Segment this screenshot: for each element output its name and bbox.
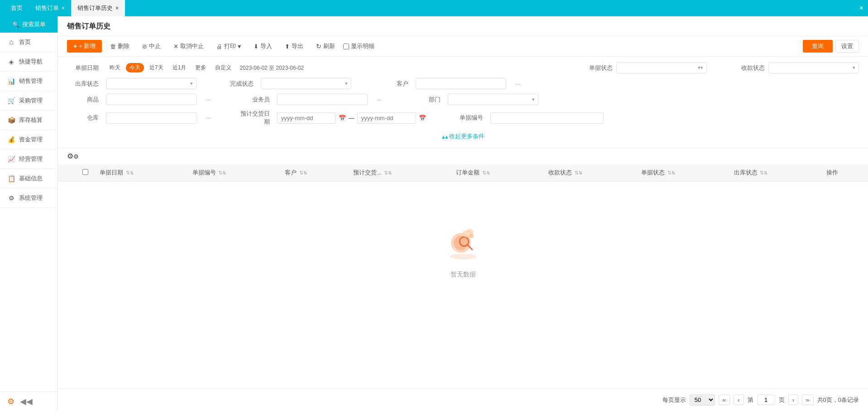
th-doc-status[interactable]: 单据状态 ⇅	[636, 164, 729, 182]
warehouse-dots-btn[interactable]: ···	[204, 114, 213, 121]
new-button[interactable]: + 新增	[67, 40, 102, 53]
calendar-end-icon[interactable]	[419, 115, 426, 121]
toolbar-right: 查询 设置	[803, 40, 859, 53]
delivery-status-wrapper: ▾	[106, 78, 197, 89]
tab-sales-order-history[interactable]: 销售订单历史 ×	[71, 0, 125, 16]
first-page-btn[interactable]: «	[719, 395, 730, 405]
empty-state-text: 暂无数据	[451, 271, 476, 279]
customer-input[interactable]	[416, 78, 506, 89]
th-customer[interactable]: 客户 ⇅	[279, 164, 348, 182]
date-chip-today[interactable]: 今天	[126, 63, 144, 73]
sort-customer-icon: ⇅	[299, 170, 307, 175]
doc-number-input[interactable]	[490, 112, 604, 124]
prev-page-btn[interactable]: ‹	[734, 395, 743, 405]
th-settings	[58, 164, 76, 182]
sidebar-item-inventory[interactable]: 库存核算	[0, 111, 58, 130]
expected-date-end[interactable]	[357, 112, 416, 124]
status-select[interactable]	[616, 62, 707, 73]
sidebar-item-home[interactable]: 首页	[0, 33, 58, 52]
empty-state-row: 暂无数据	[58, 182, 868, 315]
payment-status-select[interactable]	[768, 62, 859, 73]
th-doc-number[interactable]: 单据编号 ⇅	[187, 164, 280, 182]
doc-number-label: 单据编号	[451, 114, 483, 122]
th-operation-label: 操作	[826, 169, 838, 176]
last-page-btn[interactable]: »	[802, 395, 813, 405]
query-button[interactable]: 查询	[803, 40, 833, 53]
th-payment-status-label: 收款状态	[548, 169, 572, 176]
sidebar-collapse-icon[interactable]: ◀◀	[20, 396, 33, 406]
goods-input[interactable]	[106, 94, 197, 105]
chevron-up-icon: ▴	[442, 133, 448, 140]
cancel-stop-button[interactable]: 取消中止	[169, 40, 208, 52]
th-delivery-status-label: 出库状态	[734, 169, 758, 176]
tab-sales-order-close[interactable]: ×	[62, 5, 65, 11]
export-button[interactable]: 导出	[280, 40, 308, 52]
calendar-start-icon[interactable]	[339, 115, 346, 121]
delivery-status-select[interactable]	[106, 78, 197, 89]
date-chip-yesterday[interactable]: 昨天	[106, 63, 124, 73]
th-doc-date[interactable]: 单据日期 ⇅	[94, 164, 187, 182]
th-delivery-status[interactable]: 出库状态 ⇅	[729, 164, 821, 182]
th-expected-date[interactable]: 预计交货... ⇅	[348, 164, 451, 182]
display-toggle-checkbox[interactable]	[343, 44, 349, 49]
sidebar-item-sales-label: 销售管理	[19, 77, 43, 85]
cancel-stop-button-label: 取消中止	[180, 42, 204, 50]
page-size-select[interactable]: 50 100 200	[690, 394, 715, 406]
date-chip-more[interactable]: 更多	[192, 63, 210, 73]
delete-button[interactable]: 删除	[106, 40, 134, 52]
refresh-button[interactable]: 刷新	[312, 40, 340, 52]
date-chip-last1month[interactable]: 近1月	[169, 63, 190, 73]
tab-home-label: 首页	[11, 4, 23, 12]
current-page-input[interactable]	[757, 395, 775, 405]
date-chip-last7[interactable]: 近7天	[146, 63, 167, 73]
sidebar-settings-icon[interactable]: ⚙	[7, 396, 14, 406]
settings-button-label: 设置	[841, 42, 853, 50]
department-select[interactable]	[448, 94, 538, 105]
th-order-amount[interactable]: 订单金额 ⇅	[451, 164, 543, 182]
sidebar-item-finance[interactable]: 资金管理	[0, 130, 58, 150]
sort-doc-status-icon: ⇅	[667, 170, 675, 175]
goods-dots-btn[interactable]: ···	[204, 96, 213, 103]
salesperson-dots-btn[interactable]: ···	[375, 96, 384, 103]
tab-home[interactable]: 首页	[5, 0, 29, 16]
select-all-checkbox[interactable]	[82, 169, 88, 175]
pagination: 每页显示 50 100 200 « ‹ 第 页 › » 共0页，0条记录	[58, 388, 868, 411]
sidebar: 搜索菜单 首页 快捷导航 销售管理 采购管理 库存核算 资金管理 经营管理	[0, 16, 58, 411]
page-label-pre: 第	[748, 396, 753, 404]
filter-row-4: 仓库 ··· 预计交货日期 — 单据编号	[67, 110, 859, 126]
th-payment-status[interactable]: 收款状态 ⇅	[543, 164, 636, 182]
date-range-dash: —	[349, 115, 355, 121]
tab-sales-order[interactable]: 销售订单 ×	[29, 0, 71, 16]
settings-button[interactable]: 设置	[835, 40, 859, 53]
sidebar-item-purchase[interactable]: 采购管理	[0, 91, 58, 111]
customer-dots-btn[interactable]: ···	[513, 80, 523, 87]
warehouse-input[interactable]	[106, 112, 197, 124]
salesperson-input[interactable]	[277, 94, 368, 105]
expected-date-start[interactable]	[277, 112, 336, 124]
sidebar-item-operations[interactable]: 经营管理	[0, 150, 58, 169]
stop-button[interactable]: 中止	[138, 40, 165, 52]
tab-sales-order-history-close[interactable]: ×	[115, 5, 119, 11]
collapse-label: 收起更多条件	[449, 132, 484, 140]
date-chip-custom[interactable]: 自定义	[211, 63, 235, 73]
th-operation: 操作	[821, 164, 868, 182]
sidebar-item-finance-label: 资金管理	[19, 135, 43, 144]
sidebar-item-operations-label: 经营管理	[19, 155, 43, 163]
sidebar-item-system[interactable]: 系统管理	[0, 189, 58, 208]
next-page-btn[interactable]: ›	[788, 395, 798, 405]
sidebar-item-quick-nav[interactable]: 快捷导航	[0, 52, 58, 72]
complete-status-select[interactable]	[261, 78, 351, 89]
collapse-filter-btn[interactable]: ▴ 收起更多条件	[67, 131, 859, 142]
print-button[interactable]: 打印	[212, 40, 245, 52]
sidebar-search[interactable]: 搜索菜单	[0, 16, 58, 33]
table-settings-icon[interactable]: ⚙	[67, 152, 79, 160]
page-label: 页	[779, 396, 785, 404]
expected-date-range: —	[277, 112, 426, 124]
date-chips: 昨天 今天 近7天 近1月 更多 自定义	[106, 63, 235, 73]
sidebar-item-sales[interactable]: 销售管理	[0, 72, 58, 91]
top-bar-right: ×	[859, 4, 863, 12]
import-button[interactable]: 导入	[249, 40, 277, 52]
refresh-button-label: 刷新	[323, 42, 335, 50]
sidebar-item-base[interactable]: 基础信息	[0, 169, 58, 189]
window-close-button[interactable]: ×	[859, 4, 863, 12]
